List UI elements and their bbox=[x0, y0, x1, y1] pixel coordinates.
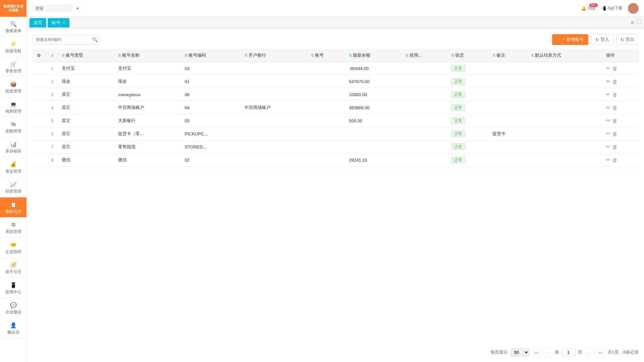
sidebar-item-search[interactable]: 🔍搜索菜单 bbox=[0, 17, 26, 37]
edit-button[interactable]: ✏ bbox=[606, 118, 610, 124]
enterprise-agreement-icon: 🤝 bbox=[1, 242, 25, 248]
toolbar: 🔍 ＋ + 新增账号 ↻ 导入 ↻ 导出 bbox=[32, 34, 639, 45]
edit-button[interactable]: ✏ bbox=[606, 144, 610, 150]
edit-button[interactable]: ✏ bbox=[606, 78, 610, 84]
col-remark[interactable]: ⇅备注 bbox=[490, 49, 529, 62]
sidebar-item-enterprise-agreement[interactable]: 🤝企业协同 bbox=[0, 238, 26, 258]
page-size-select[interactable]: 50 20 100 bbox=[511, 348, 529, 357]
sidebar-item-ecommerce[interactable]: 💻电商管理 bbox=[0, 97, 26, 117]
expand-icon[interactable]: ⛶ bbox=[637, 19, 641, 26]
add-account-button[interactable]: ＋ + 新增账号 bbox=[552, 34, 588, 45]
first-page-button[interactable]: ⏮ bbox=[532, 348, 541, 357]
delete-button[interactable]: 🗑 bbox=[612, 105, 618, 111]
import-button[interactable]: ↻ 导入 bbox=[591, 34, 613, 45]
row-usage bbox=[403, 101, 449, 114]
row-type: 其它 bbox=[59, 140, 115, 154]
row-actions: ✏ 🗑 bbox=[603, 101, 639, 114]
row-status: 正常 bbox=[448, 127, 489, 140]
row-name: 提货卡（零... bbox=[115, 127, 182, 140]
edit-button[interactable]: ✏ bbox=[606, 105, 610, 111]
tab-home[interactable]: 首页 bbox=[30, 18, 46, 27]
header-search-input[interactable] bbox=[32, 5, 72, 12]
page-label: 第 bbox=[555, 349, 559, 355]
row-settings bbox=[32, 127, 46, 140]
row-type: 微信 bbox=[59, 154, 115, 167]
col-name[interactable]: ⇅账号名称 bbox=[115, 49, 182, 62]
col-code[interactable]: ⇅账号编码 bbox=[182, 49, 241, 62]
col-status[interactable]: ⇅状态 bbox=[448, 49, 489, 62]
sidebar-item-inventory[interactable]: 📊库存核算 bbox=[0, 137, 26, 157]
top-header: ▾ 🔔 消息 99+ 📲 App下载 bbox=[27, 0, 644, 17]
sidebar-item-wholesale[interactable]: 📦批发管理 bbox=[0, 77, 26, 97]
sidebar-item-label: 畅会员 bbox=[1, 329, 25, 335]
sidebar-item-operations[interactable]: 📈经营管理 bbox=[0, 177, 26, 197]
row-remark bbox=[490, 114, 529, 127]
last-page-button[interactable]: ⏭ bbox=[596, 348, 605, 357]
row-remark bbox=[490, 62, 529, 75]
search-input[interactable] bbox=[33, 35, 90, 44]
edit-button[interactable]: ✏ bbox=[606, 157, 610, 163]
sidebar-item-retail[interactable]: 🛒零售管理 bbox=[0, 57, 26, 77]
col-type[interactable]: ⇅账号类型 bbox=[59, 49, 115, 62]
header-left: ▾ bbox=[32, 5, 78, 12]
tab-account[interactable]: 账号 ✕ bbox=[48, 18, 69, 27]
prev-page-button[interactable]: ‹ bbox=[543, 348, 552, 357]
col-balance[interactable]: ⇅最新余额 bbox=[346, 49, 402, 62]
sidebar-item-app-center[interactable]: 📱应用中心 bbox=[0, 278, 26, 298]
delete-button[interactable]: 🗑 bbox=[612, 131, 618, 137]
accounts-table: ⚙ # ⇅账号类型 ⇅账号名称 ⇅账号编码 ⇅开户银行 ⇅账号 ⇅最新余额 ⇅使… bbox=[32, 49, 639, 167]
col-bank[interactable]: ⇅开户银行 bbox=[242, 49, 308, 62]
row-default-settle bbox=[528, 127, 603, 140]
col-usage[interactable]: ⇅使用... bbox=[403, 49, 449, 62]
edit-button[interactable]: ✏ bbox=[606, 131, 610, 137]
sidebar-item-guide[interactable]: 🧭新手引导 bbox=[0, 258, 26, 278]
edit-button[interactable]: ✏ bbox=[606, 65, 610, 71]
search-button[interactable]: 🔍 bbox=[90, 35, 99, 44]
add-icon: ＋ bbox=[557, 37, 561, 43]
tab-bar: 首页 账号 ✕ ✕ ⛶ bbox=[27, 17, 644, 29]
next-page-button[interactable]: › bbox=[585, 348, 594, 357]
member-icon: 👤 bbox=[1, 322, 25, 328]
app-logo: 畅捷通好生意 乐渡版 bbox=[0, 0, 26, 17]
delete-button[interactable]: 🗑 bbox=[612, 79, 618, 84]
pagination: 每页显示 50 20 100 ⏮ ‹ 第 页 › ⏭ 共1页，8条记录 bbox=[32, 344, 639, 357]
row-index: 6 bbox=[46, 127, 59, 140]
tab-close-icon[interactable]: ✕ bbox=[62, 20, 65, 25]
edit-button[interactable]: ✏ bbox=[606, 92, 610, 98]
delete-button[interactable]: 🗑 bbox=[612, 92, 618, 98]
avatar[interactable] bbox=[628, 3, 639, 14]
row-usage bbox=[403, 140, 449, 154]
sidebar-item-purchase[interactable]: 🛍采购管理 bbox=[0, 117, 26, 137]
header-right: 🔔 消息 99+ 📲 App下载 bbox=[581, 3, 639, 14]
sidebar-item-basic-info[interactable]: 📋基础信息 bbox=[0, 197, 26, 218]
delete-button[interactable]: 🗑 bbox=[612, 144, 618, 150]
sidebar-item-quick-nav[interactable]: ⚡快捷导航 bbox=[0, 37, 26, 57]
delete-button[interactable]: 🗑 bbox=[612, 118, 618, 124]
sidebar-item-member[interactable]: 👤畅会员 bbox=[0, 318, 26, 338]
row-status: 正常 bbox=[448, 154, 489, 167]
col-account-no[interactable]: ⇅账号 bbox=[308, 49, 346, 62]
delete-button[interactable]: 🗑 bbox=[612, 66, 618, 71]
sidebar-item-system[interactable]: ⚙系统管理 bbox=[0, 218, 26, 238]
delete-button[interactable]: 🗑 bbox=[612, 157, 618, 163]
export-button[interactable]: ↻ 导出 bbox=[616, 34, 639, 45]
system-icon: ⚙ bbox=[1, 222, 25, 228]
status-badge: 正常 bbox=[451, 65, 465, 72]
notification-button[interactable]: 🔔 消息 99+ bbox=[581, 5, 596, 11]
row-account-no bbox=[308, 140, 346, 154]
close-window-icon[interactable]: ✕ bbox=[630, 19, 635, 26]
row-actions: ✏ 🗑 bbox=[603, 140, 639, 154]
sidebar-item-enterprise-wechat[interactable]: 💬企业微信 bbox=[0, 298, 26, 318]
row-settings bbox=[32, 101, 46, 114]
status-badge: 正常 bbox=[451, 157, 465, 163]
header-dropdown[interactable]: ▾ bbox=[76, 6, 78, 11]
col-settings[interactable]: ⚙ bbox=[32, 49, 46, 62]
status-badge: 正常 bbox=[451, 104, 465, 111]
sidebar-item-finance[interactable]: 💰资金管理 bbox=[0, 157, 26, 177]
page-number-input[interactable] bbox=[562, 349, 575, 356]
app-download-button[interactable]: 📲 App下载 bbox=[601, 5, 623, 11]
col-default-settle[interactable]: ⇅默认结算方式 bbox=[528, 49, 603, 62]
row-bank bbox=[242, 88, 308, 101]
row-code: 03 bbox=[182, 62, 241, 75]
row-code: PICKUPC... bbox=[182, 127, 241, 140]
